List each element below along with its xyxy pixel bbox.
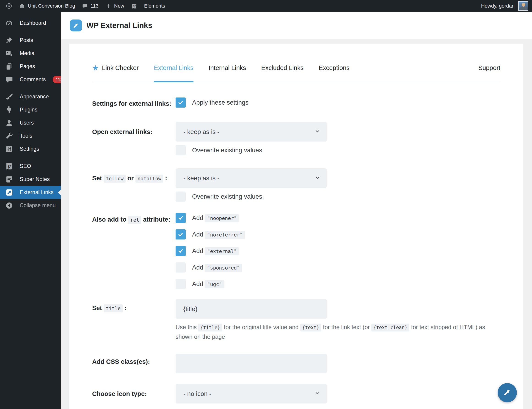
tab-link-checker[interactable]: ★ Link Checker	[92, 64, 139, 82]
rel-options: Add "noopener" Add "noreferrer"	[176, 213, 245, 289]
active-item-notch	[56, 190, 61, 195]
rel-option-text: Add "external"	[192, 247, 239, 255]
sidebar-item-label: Comments	[20, 76, 46, 83]
title-help-text: Use this {title} for the original title …	[176, 322, 491, 342]
tab-support[interactable]: Support	[478, 64, 500, 82]
ugc-checkbox[interactable]	[176, 279, 186, 289]
follow-overwrite-checkbox[interactable]	[176, 192, 186, 202]
open-overwrite-checkbox[interactable]	[176, 145, 186, 155]
sidebar-item-label: Media	[20, 50, 34, 56]
noreferrer-checkbox[interactable]	[176, 229, 186, 240]
text-clean-placeholder-chip: {text_clean}	[371, 324, 409, 332]
tab-label: Internal Links	[208, 64, 246, 72]
follow-code-chip: follow	[104, 175, 126, 183]
howdy-text[interactable]: Howdy, gordan	[481, 3, 514, 9]
plug-icon	[5, 106, 13, 114]
sidebar-item-dashboard[interactable]: Dashboard	[0, 17, 61, 30]
sidebar-item-tools[interactable]: Tools	[0, 129, 61, 142]
comments-count: 113	[90, 3, 99, 9]
comments-bubble-icon	[82, 3, 88, 9]
sidebar-item-posts[interactable]: Posts	[0, 34, 61, 47]
follow-row: Set follow or nofollow : - keep as is -	[92, 168, 500, 202]
apply-settings-label: Settings for external links:	[92, 97, 176, 108]
label-word: Set	[92, 304, 102, 312]
menu-separator	[0, 30, 61, 34]
rel-option-noopener: Add "noopener"	[176, 213, 245, 223]
sidebar-item-seo[interactable]: y SEO	[0, 160, 61, 173]
page-title: WP External Links	[86, 21, 152, 30]
sidebar-item-label: Plugins	[20, 107, 37, 113]
sidebar-collapse-menu[interactable]: Collapse menu	[0, 199, 61, 212]
tab-internal-links[interactable]: Internal Links	[208, 64, 246, 82]
sidebar-item-external-links[interactable]: External Links	[0, 186, 61, 199]
star-icon: ★	[92, 65, 99, 70]
user-icon	[5, 119, 13, 127]
sidebar-item-plugins[interactable]: Plugins	[0, 103, 61, 116]
open-links-select-value: - keep as is -	[183, 128, 219, 136]
follow-label: Set follow or nofollow :	[92, 168, 176, 182]
sliders-icon	[5, 145, 13, 153]
sidebar-item-super-notes[interactable]: Super Notes	[0, 173, 61, 186]
chevron-down-icon	[314, 390, 321, 398]
external-link-icon	[5, 188, 13, 196]
yoast-icon: y	[5, 162, 13, 170]
sidebar-item-label: Posts	[20, 37, 33, 43]
comments-shortcut[interactable]: 113	[79, 0, 102, 12]
tab-excluded-links[interactable]: Excluded Links	[261, 64, 304, 82]
noopener-checkbox[interactable]	[176, 213, 186, 223]
rel-option-text: Add "noreferrer"	[192, 231, 245, 238]
open-links-select[interactable]: - keep as is -	[176, 122, 327, 141]
sidebar-item-comments[interactable]: Comments 113	[0, 73, 61, 86]
rel-option-external: Add "external"	[176, 246, 245, 256]
sponsored-checkbox[interactable]	[176, 262, 186, 272]
sidebar-item-appearance[interactable]: Appearance	[0, 90, 61, 103]
pages-icon	[5, 62, 13, 71]
icon-type-select[interactable]: - no icon -	[176, 384, 327, 403]
label-word: or	[127, 175, 134, 182]
user-avatar[interactable]	[518, 1, 528, 11]
sidebar-item-pages[interactable]: Pages	[0, 60, 61, 73]
site-name-menu[interactable]: Unit Conversion Blog	[16, 0, 79, 12]
label-word: Add	[192, 231, 203, 238]
label-word: Set	[92, 175, 102, 182]
tab-bar: ★ Link Checker External Links Internal L…	[92, 44, 500, 82]
new-menu[interactable]: New	[102, 0, 128, 12]
label-word: Add	[192, 264, 203, 271]
rel-code-chip: rel	[128, 216, 141, 224]
settings-card: ★ Link Checker External Links Internal L…	[69, 44, 523, 409]
title-input[interactable]	[176, 299, 327, 319]
sidebar-item-users[interactable]: Users	[0, 116, 61, 129]
yoast-menu[interactable]: y	[128, 0, 141, 12]
sidebar-item-settings[interactable]: Settings	[0, 142, 61, 156]
label-word: Add	[192, 280, 203, 288]
label-word: :	[165, 175, 167, 182]
home-icon	[19, 3, 25, 9]
tab-exceptions[interactable]: Exceptions	[319, 64, 350, 82]
apply-settings-option: Apply these settings	[176, 97, 248, 108]
sidebar-item-label: External Links	[20, 189, 54, 195]
help-word: for the original title value and	[224, 324, 299, 330]
pushpin-icon	[5, 36, 13, 45]
rel-attribute-row: Also add to rel attribute: Add "noopener…	[92, 213, 500, 289]
external-links-fab[interactable]	[498, 383, 517, 402]
rel-option-text: Add "noopener"	[192, 214, 239, 222]
apply-settings-checkbox[interactable]	[176, 97, 186, 108]
sidebar-item-label: Dashboard	[20, 20, 46, 26]
sidebar-item-label: Settings	[20, 146, 39, 152]
elements-menu[interactable]: Elements	[141, 0, 169, 12]
tab-external-links[interactable]: External Links	[154, 64, 193, 82]
chevron-down-icon	[314, 174, 321, 182]
follow-select[interactable]: - keep as is -	[176, 168, 327, 188]
sidebar-item-media[interactable]: Media	[0, 47, 61, 60]
wordpress-menu[interactable]: W	[2, 0, 16, 12]
rel-option-sponsored: Add "sponsored"	[176, 262, 245, 272]
tab-label: Link Checker	[102, 64, 139, 72]
css-class-input[interactable]	[176, 354, 327, 373]
open-overwrite-label: Overwrite existing values.	[192, 147, 264, 154]
title-row: Set title : Use this {title} for the ori…	[92, 299, 500, 342]
external-checkbox[interactable]	[176, 246, 186, 256]
help-word: for the link text (or	[323, 324, 370, 330]
follow-overwrite-option: Overwrite existing values.	[176, 192, 327, 202]
plugin-header: WP External Links	[61, 12, 532, 39]
menu-separator	[0, 156, 61, 160]
